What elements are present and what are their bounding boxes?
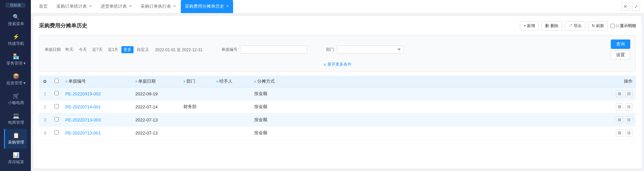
sidebar-item-search[interactable]: 🔍 搜索菜单 bbox=[4, 10, 27, 30]
date-pill-today[interactable]: 今天 bbox=[77, 46, 89, 53]
row-checkbox-3[interactable] bbox=[54, 130, 59, 135]
doc-no-link-0[interactable]: PE-20220919-002 bbox=[65, 91, 101, 96]
row-edit-3[interactable]: ⊞ bbox=[616, 129, 623, 137]
th-dept[interactable]: ≡部门 bbox=[180, 76, 213, 87]
row-more-2[interactable]: ⊟ bbox=[625, 116, 633, 123]
purchase-icon: 📋 bbox=[13, 132, 19, 139]
tab-close-purchase-summary[interactable]: ✕ bbox=[89, 4, 92, 8]
tab-close-purchase-exec[interactable]: ✕ bbox=[173, 4, 176, 8]
date-range-text: 2022-01-01 至 2022-12-31 bbox=[155, 48, 202, 52]
sidebar-item-label: 快捷导航 bbox=[8, 41, 24, 47]
row-doc-no: PE-20220714-001 bbox=[62, 100, 132, 113]
row-doc-date: 2022-07-13 bbox=[132, 126, 180, 140]
row-num: 4 bbox=[39, 126, 51, 140]
sidebar-item-mini-shop[interactable]: 🛒 小畅电商 bbox=[4, 89, 27, 109]
row-edit-1[interactable]: ⊞ bbox=[616, 103, 623, 110]
sidebar-item-wholesale[interactable]: 📦 批发管理 ▾ bbox=[4, 70, 27, 89]
tab-home[interactable]: 首页 bbox=[35, 0, 52, 13]
date-pill-yesterday[interactable]: 昨天 bbox=[63, 46, 75, 53]
tab-close-cost-split-history[interactable]: ✕ bbox=[226, 4, 229, 8]
sidebar-logo: 指标板 bbox=[5, 3, 25, 8]
th-split-method[interactable]: ≡分摊方式 bbox=[251, 76, 609, 87]
sidebar-item-inventory[interactable]: 📊 库存核算 bbox=[4, 149, 27, 168]
show-columns-label[interactable]: □ 显示明细 bbox=[610, 23, 636, 29]
doc-no-link-2[interactable]: PE-20220713-003 bbox=[65, 117, 101, 122]
select-all-checkbox[interactable] bbox=[54, 79, 59, 83]
date-pill-1month[interactable]: 近1月 bbox=[106, 46, 120, 53]
row-doc-date: 2022-09-19 bbox=[132, 87, 180, 100]
close-tab-button[interactable]: ✕ bbox=[621, 3, 629, 11]
delete-button[interactable]: 删 删除 bbox=[541, 21, 562, 30]
search-area: 单据日期 昨天 今天 近7天 近1月 更多 自定义 2022-01-01 至 2… bbox=[39, 35, 636, 72]
sidebar-item-finance[interactable]: 💰 资金管理 bbox=[4, 168, 27, 171]
date-pill-7days[interactable]: 近7天 bbox=[90, 46, 105, 53]
inventory-icon: 📊 bbox=[13, 152, 19, 158]
search-button[interactable]: 查询 bbox=[611, 39, 630, 49]
row-more-3[interactable]: ⊟ bbox=[625, 129, 633, 137]
row-num: 2 bbox=[39, 100, 51, 113]
tab-label: 采购费用分摊单历史 bbox=[185, 3, 224, 9]
date-pill-custom[interactable]: 自定义 bbox=[135, 46, 151, 53]
row-edit-2[interactable]: ⊞ bbox=[616, 116, 623, 123]
table-row: 2 PE-20220714-001 2022-07-14 财务部 按金额 ⊞ ⊟ bbox=[39, 100, 636, 113]
table-row: 1 PE-20220919-002 2022-09-19 按金额 ⊞ ⊟ bbox=[39, 87, 636, 100]
row-doc-date: 2022-07-13 bbox=[132, 113, 180, 126]
tab-incoming-summary[interactable]: 进货单统计表✕ bbox=[97, 0, 136, 13]
th-gear[interactable]: ⚙ bbox=[39, 76, 51, 87]
date-label: 单据日期 bbox=[45, 47, 61, 53]
tab-label: 采购订单执行表 bbox=[141, 3, 171, 9]
doc-no-link-1[interactable]: PE-20220714-001 bbox=[65, 104, 101, 109]
add-button[interactable]: + 新增 bbox=[520, 21, 539, 30]
row-split-method: 按金额 bbox=[251, 126, 609, 140]
date-pill-more[interactable]: 更多 bbox=[121, 46, 133, 53]
row-more-0[interactable]: ⊟ bbox=[625, 90, 633, 97]
export-button[interactable]: ↗ 导出 bbox=[565, 21, 585, 30]
sidebar-item-label: 搜索菜单 bbox=[8, 21, 24, 27]
mini-shop-icon: 🛒 bbox=[13, 93, 19, 99]
search-row: 单据日期 昨天 今天 近7天 近1月 更多 自定义 2022-01-01 至 2… bbox=[45, 39, 630, 60]
row-num: 3 bbox=[39, 113, 51, 126]
search-actions: 查询 设置 bbox=[611, 39, 630, 60]
show-columns-checkbox[interactable] bbox=[610, 24, 615, 28]
sidebar-item-label: 电商管理 bbox=[8, 120, 24, 125]
tab-purchase-exec[interactable]: 采购订单执行表✕ bbox=[137, 0, 180, 13]
th-doc-date[interactable]: ≡单据日期 bbox=[132, 76, 180, 87]
doc-no-input[interactable] bbox=[240, 46, 307, 54]
maximize-button[interactable]: ⤢ bbox=[632, 3, 640, 11]
sidebar-item-quick-nav[interactable]: ⚡ 快捷导航 bbox=[4, 30, 27, 50]
th-doc-no[interactable]: ≡单据编号 bbox=[62, 76, 132, 87]
dept-select[interactable]: 财务部 bbox=[337, 46, 404, 54]
row-more-1[interactable]: ⊟ bbox=[625, 103, 633, 110]
row-edit-0[interactable]: ⊞ bbox=[616, 90, 623, 97]
settings-button[interactable]: 设置 bbox=[611, 50, 630, 60]
table-container: ⚙ ≡单据编号 ≡单据日期 ≡部门 bbox=[39, 76, 636, 163]
retail-icon: 🏪 bbox=[13, 53, 19, 60]
sidebar-item-ecommerce[interactable]: 💻 电商管理 bbox=[4, 109, 27, 129]
row-checkbox-2[interactable] bbox=[54, 117, 59, 121]
tab-purchase-summary[interactable]: 采购订单统计表✕ bbox=[52, 0, 96, 13]
doc-no-link-3[interactable]: PE-20220713-001 bbox=[65, 131, 101, 136]
sidebar-item-purchase[interactable]: 📋 采购管理 bbox=[4, 129, 27, 149]
row-checkbox-0[interactable] bbox=[54, 91, 59, 95]
doc-no-label: 单据编号 bbox=[221, 47, 237, 53]
row-split-method: 按金额 bbox=[251, 100, 609, 113]
tab-cost-split-history[interactable]: 采购费用分摊单历史✕ bbox=[181, 0, 233, 13]
row-num: 1 bbox=[39, 87, 51, 100]
row-checkbox-1[interactable] bbox=[54, 104, 59, 108]
page-content: 采购费用分摊单历史 + 新增 删 删除 ↗ 导出 ↻ 刷新 □ 显示明细 单据日… bbox=[34, 16, 641, 168]
th-ops: 操作 bbox=[609, 76, 636, 87]
row-check bbox=[51, 87, 62, 100]
row-doc-date: 2022-07-14 bbox=[132, 100, 180, 113]
th-handler[interactable]: ≡经手人 bbox=[213, 76, 251, 87]
row-doc-no: PE-20220919-002 bbox=[62, 87, 132, 100]
search-icon: 🔍 bbox=[13, 14, 19, 20]
main-area: 首页采购订单统计表✕进货单统计表✕采购订单执行表✕采购费用分摊单历史✕ ✕ ⤢ … bbox=[31, 0, 644, 171]
table-row: 3 PE-20220713-003 2022-07-13 按金额 ⊞ ⊟ bbox=[39, 113, 636, 126]
refresh-button[interactable]: ↻ 刷新 bbox=[588, 21, 608, 30]
dept-field: 部门 财务部 bbox=[326, 46, 404, 54]
row-handler bbox=[213, 100, 251, 113]
expand-conditions-button[interactable]: ∨ 展开更多条件 bbox=[323, 62, 352, 67]
sidebar-item-label: 库存核算 bbox=[8, 159, 24, 165]
sidebar-item-retail[interactable]: 🏪 零售管理 ▾ bbox=[4, 50, 27, 70]
tab-close-incoming-summary[interactable]: ✕ bbox=[129, 4, 132, 8]
